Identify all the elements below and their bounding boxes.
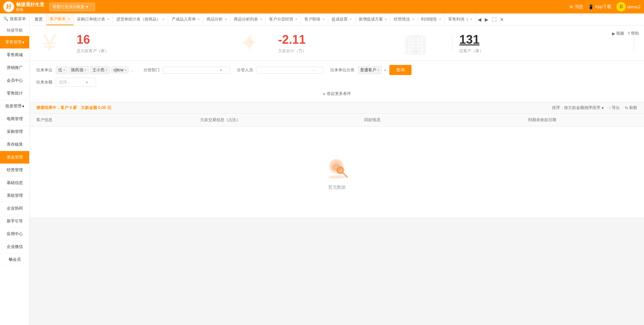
tab-label: 新增提成方案	[359, 16, 383, 22]
sidebar-item-ecommerce[interactable]: 电商管理	[0, 113, 29, 125]
message-button[interactable]: ✉ 消息	[569, 4, 583, 10]
tab-product-analysis-list[interactable]: 商品分析列表 ×	[230, 14, 266, 25]
stat-label-customers: 总欠款客户（家）	[77, 48, 109, 54]
sidebar-item-retail-mgmt[interactable]: 零售管理 ▾	[0, 36, 29, 49]
sidebar-item-app-center[interactable]: 应用中心	[0, 228, 29, 241]
tab-label: 商品分析	[207, 16, 223, 22]
tab-production-purchase[interactable]: 产成品入库单 ×	[168, 14, 204, 25]
table-col-debt-info: 欠款交易信息（占比）	[200, 117, 364, 123]
tab-close-icon[interactable]: ×	[295, 17, 297, 21]
tab-customer-segment[interactable]: 客户分层经营 ×	[266, 14, 301, 25]
svg-point-0	[329, 175, 345, 179]
sidebar-item-label: 批发管理	[5, 103, 22, 109]
sidebar-item-marketing[interactable]: 营销推广	[0, 62, 29, 74]
main-area: 🔍 搜索菜单 快捷导航 零售管理 ▾ 零售商城 营销推广 会员中心 零售统计	[0, 13, 644, 325]
sidebar-item-label: 企业微信	[7, 244, 23, 249]
video-button[interactable]: ▶ 视频	[612, 31, 624, 36]
sidebar-item-member-center[interactable]: 会员中心	[0, 74, 29, 87]
tab-label: 商品分析列表	[234, 16, 258, 22]
tab-retail-profit[interactable]: 零售利润（ ×	[445, 14, 476, 25]
account-selector[interactable]: 母婴行业演示账套 ▾	[49, 3, 95, 11]
tab-promotion-settings[interactable]: 提成设置 ×	[328, 14, 355, 25]
sidebar-item-system-mgmt[interactable]: 系统管理	[0, 189, 29, 202]
tab-close-icon[interactable]: ×	[225, 17, 227, 21]
result-customer-count: 0	[70, 105, 72, 110]
quick-nav[interactable]: 快捷导航	[0, 25, 29, 36]
tab-maximize[interactable]: ⛶	[490, 17, 498, 22]
result-sort[interactable]: 排序：按欠款金额倒序排序 ▾	[552, 105, 604, 111]
tab-close-icon[interactable]: ×	[107, 17, 109, 21]
sidebar-item-enterprise-wechat[interactable]: 企业微信	[0, 241, 29, 253]
export-button[interactable]: ↑ 导出	[609, 105, 620, 111]
filter-unit-class-label: 往来单位分类	[330, 67, 354, 73]
sidebar-item-batch-mgmt[interactable]: 批发管理 ▾	[0, 100, 29, 113]
tab-customer-connect[interactable]: 客户联络 ×	[301, 14, 328, 25]
logo-icon: 好	[3, 1, 14, 12]
search-icon: 🔍	[3, 16, 8, 21]
tab-bar: 首页 客户账本 × 采购订单统计表 × 进货单统计表（按商品） × 产成品入库单…	[30, 13, 644, 26]
filter-unit-tags: 伍 × 陈民强 × 王小亮 ×	[56, 66, 133, 74]
tab-close-icon[interactable]: ×	[68, 17, 70, 21]
sidebar-item-basic-info[interactable]: 基础信息	[0, 177, 29, 189]
tab-close-icon[interactable]: ×	[385, 17, 387, 21]
sidebar-item-purchase[interactable]: 采购管理	[0, 125, 29, 138]
app-download-button[interactable]: 📱 App下载	[588, 4, 611, 10]
tab-close-icon[interactable]: ×	[323, 17, 325, 21]
tab-close-icon[interactable]: ×	[163, 17, 165, 21]
filter-tag-close[interactable]: ×	[377, 68, 379, 72]
tab-close-icon[interactable]: ×	[439, 17, 441, 21]
video-icon: ▶	[612, 31, 615, 36]
account-selector-label: 母婴行业演示账套	[52, 4, 85, 10]
tab-nav-prev[interactable]: ◀	[476, 17, 483, 22]
sidebar-item-member-vip[interactable]: 畅会员	[0, 253, 29, 266]
filter-tag-item: 伍 ×	[56, 66, 68, 74]
sort-label: 排序：按欠款金额倒序排序	[552, 105, 600, 111]
user-menu[interactable]: D demo2	[616, 2, 641, 11]
tab-close-icon[interactable]: ×	[412, 17, 414, 21]
tab-home[interactable]: 首页	[31, 14, 46, 25]
filter-tag-close[interactable]: ×	[63, 68, 65, 72]
sidebar-item-retail-stats[interactable]: 零售统计	[0, 87, 29, 100]
chevron-down-icon[interactable]: ▾	[384, 68, 386, 72]
filter-row-2: 往来余额 选择... ▾	[36, 78, 637, 87]
chevron-down-icon: ▾	[86, 4, 88, 9]
tab-close-icon[interactable]: ×	[198, 17, 200, 21]
tab-customer-capital[interactable]: 客户账本 ×	[46, 14, 74, 25]
filter-dept-select[interactable]: ▾	[163, 67, 230, 74]
page-content: ¥ 16 总欠款客户（家） ✦ -2.11 欠款合计（万） 🏢 131	[30, 26, 644, 325]
filter-tag-close[interactable]: ×	[125, 68, 127, 72]
tab-restore[interactable]: ✕	[498, 17, 506, 22]
table-col-due-date: 到期未收款日期	[528, 117, 637, 123]
filter-tag-unit-class: 普通客户 ×	[358, 66, 382, 74]
sidebar-item-new-guide[interactable]: 新手引导	[0, 215, 29, 228]
sidebar-search[interactable]: 🔍 搜索菜单	[0, 13, 29, 25]
filter-tag-close[interactable]: ×	[84, 68, 86, 72]
filter-tag-close[interactable]: ×	[105, 68, 108, 72]
sidebar-item-operations[interactable]: 经营管理	[0, 164, 29, 177]
tab-close-icon[interactable]: ×	[260, 17, 262, 21]
tab-business-status[interactable]: 经营情况 ×	[390, 14, 418, 25]
tab-purchase-order-stats[interactable]: 采购订单统计表 ×	[74, 14, 113, 25]
tab-new-promotion[interactable]: 新增提成方案 ×	[355, 14, 391, 25]
filter-person-select[interactable]: ···	[256, 67, 324, 74]
sidebar-item-retail-shop[interactable]: 零售商城	[0, 49, 29, 62]
tab-close-icon[interactable]: ×	[350, 17, 352, 21]
collapse-button[interactable]: ∧ 收起更多条件	[319, 89, 354, 98]
tab-close-icon[interactable]: ×	[470, 17, 472, 21]
refresh-button[interactable]: ↻ 刷新	[625, 105, 637, 111]
tab-profit-report[interactable]: 利润报告 ×	[418, 14, 445, 25]
help-button[interactable]: ? 帮助	[628, 31, 639, 36]
tab-purchase-stats-by-product[interactable]: 进货单统计表（按商品） ×	[113, 14, 168, 25]
data-table: 客户信息 欠款交易信息（占比） 回款情况 到期未收款日期	[30, 114, 644, 217]
filter-balance-select[interactable]: 选择... ▾	[56, 78, 96, 87]
sidebar-item-label: 采购管理	[7, 129, 23, 134]
filter-more-button[interactable]: ...	[130, 68, 133, 72]
tab-label: 客户联络	[304, 16, 320, 22]
query-button[interactable]: 查询	[389, 65, 412, 75]
sidebar-item-enterprise-collab[interactable]: 企业协同	[0, 202, 29, 215]
sidebar-item-inventory[interactable]: 库存核算	[0, 138, 29, 151]
message-label: 消息	[574, 4, 583, 10]
tab-product-analysis[interactable]: 商品分析 ×	[203, 14, 230, 25]
tab-nav-next[interactable]: ▶	[483, 17, 490, 22]
sidebar-item-fund-mgmt[interactable]: 资金管理	[0, 151, 29, 164]
